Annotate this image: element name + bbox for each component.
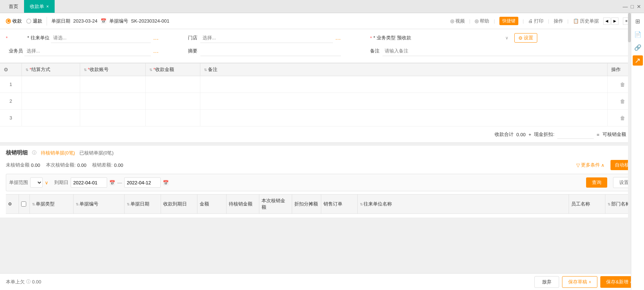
video-link[interactable]: ◎ 视频 [450, 18, 465, 24]
remarks-input[interactable] [382, 46, 638, 56]
close-button[interactable]: ✕ [637, 4, 641, 9]
select-all-checkbox[interactable] [21, 201, 26, 207]
row-1-account[interactable] [80, 76, 146, 93]
row-3-account[interactable] [80, 110, 146, 126]
row-1-settlement[interactable] [22, 76, 80, 93]
pending-writeoff-tab[interactable]: 待核销单据(0笔) [41, 150, 75, 156]
bottom-grid-header: ⚙ ⇅ 单据类型 ⇅ 单据编号 ⇅ 单据日期 收款到期日 金额 待核销金额 本次… [6, 194, 638, 214]
grid-container: ⚙ ⇅ *结算方式 ⇅ *收款账号 ⇅ *收款金额 ⇅ 备注 操作 1 🗑 ⧉ [0, 63, 644, 126]
top-settings-button[interactable]: ⚙ 设置 [514, 33, 537, 43]
calendar-icon[interactable]: 📅 [101, 18, 106, 24]
writeoff-section: 核销明细 ⓘ 待核销单据(0笔) 已核销单据(0笔) 未核销金额 0.00 本次… [0, 146, 644, 218]
query-button[interactable]: 查询 [586, 177, 607, 188]
row-1-amount[interactable] [146, 76, 200, 93]
table-row: 2 🗑 ⧉ [0, 93, 644, 110]
store-more-button[interactable]: … [335, 35, 341, 41]
staff-input[interactable] [24, 46, 151, 56]
next-arrow[interactable]: ▶ [611, 17, 619, 25]
minimize-button[interactable]: — [623, 4, 628, 9]
sort-doc-type[interactable]: ⇅ [32, 202, 35, 206]
row-num-1: 1 [0, 76, 22, 93]
row-2-remarks[interactable] [200, 93, 608, 109]
sidebar-table-icon[interactable]: ⊞ [633, 16, 643, 26]
doc-range-select[interactable] [30, 177, 43, 188]
biz-type-field: * * 业务类型 预收款 ∨ [370, 35, 508, 41]
current-label: 本次核销金额: [46, 162, 76, 168]
sort-remarks[interactable]: ⇅ [204, 68, 207, 72]
sidebar-doc-icon[interactable]: 📄 [633, 29, 643, 39]
shortcut-button[interactable]: 快捷键 [499, 17, 518, 25]
right-sidebar: ⊞ 📄 🔗 ↗ [631, 13, 644, 290]
tab-receipt[interactable]: 收款单 × [24, 0, 55, 13]
radio-refund-label: 退款 [33, 18, 42, 24]
sidebar-active-icon[interactable]: ↗ [633, 55, 643, 66]
help-link[interactable]: ◎ 帮助 [475, 18, 489, 24]
doc-range-dropdown[interactable]: ∨ [45, 180, 48, 185]
row-2-settlement[interactable] [22, 93, 80, 109]
summary-label: 摘要 [188, 48, 199, 54]
tab-receipt-label: 收款单 [30, 3, 44, 10]
writeoff-title: 核销明细 [6, 149, 28, 156]
operations-link[interactable]: 操作 [554, 18, 563, 24]
summary-input[interactable] [200, 46, 341, 56]
row-2-amount[interactable] [146, 93, 200, 109]
partner-more-button[interactable]: … [153, 35, 159, 41]
bg-col-checkbox[interactable] [19, 195, 30, 213]
row-3-delete-icon[interactable]: 🗑 [620, 115, 625, 121]
row-1-delete-icon[interactable]: 🗑 [620, 82, 625, 87]
grid-settings-icon[interactable]: ⚙ [4, 67, 8, 72]
sort-settlement[interactable]: ⇅ [25, 68, 28, 72]
radio-refund[interactable]: 退款 [26, 18, 42, 24]
radio-receipt[interactable]: 收款 [6, 18, 22, 24]
date-from-calendar-icon[interactable]: 📅 [109, 180, 115, 185]
history-link[interactable]: 📋 历史单据 [573, 18, 599, 24]
row-3-amount[interactable] [146, 110, 200, 126]
sort-dept[interactable]: ⇅ [608, 202, 610, 206]
scroll-thumb[interactable] [628, 13, 631, 42]
date-to-input[interactable] [124, 177, 161, 188]
staff-more-button[interactable]: … [153, 48, 159, 54]
tab-close-icon[interactable]: × [46, 4, 49, 9]
sort-account[interactable]: ⇅ [84, 68, 87, 72]
maximize-button[interactable]: □ [631, 4, 634, 9]
sort-amount[interactable]: ⇅ [149, 68, 152, 72]
discount-input[interactable] [557, 130, 594, 139]
store-input[interactable] [200, 33, 333, 43]
save-draft-button[interactable]: 保存草稿 ∧ [562, 276, 597, 288]
sort-partner[interactable]: ⇅ [360, 202, 363, 206]
per-page-value: 0.00 [32, 279, 41, 285]
due-date-field: 到期日 📅 — 📅 [54, 177, 169, 188]
done-writeoff-tab[interactable]: 已核销单据(0笔) [79, 150, 114, 156]
more-conditions-link[interactable]: ▽ 更多条件 ∧ [576, 162, 605, 168]
sidebar-link-icon[interactable]: 🔗 [633, 42, 643, 52]
row-1-remarks[interactable] [200, 76, 608, 93]
collect-total-label: 收款合计 [495, 131, 514, 138]
footer-info-icon[interactable]: ⓘ [26, 279, 31, 285]
writeoff-info-icon[interactable]: ⓘ [32, 150, 36, 156]
scrollbar[interactable] [628, 13, 631, 273]
print-link[interactable]: 🖨 打印 [528, 18, 543, 24]
writeoff-header: 核销明细 ⓘ 待核销单据(0笔) 已核销单据(0笔) [6, 149, 638, 156]
row-2-delete-icon[interactable]: 🗑 [620, 98, 625, 104]
row-3-remarks[interactable] [200, 110, 608, 126]
date-to-calendar-icon[interactable]: 📅 [163, 180, 169, 185]
table-row: 3 🗑 ⧉ [0, 110, 644, 126]
tab-home[interactable]: 首页 [3, 0, 24, 13]
bg-col-partner: ⇅ 往来单位名称 [358, 195, 569, 213]
radio-refund-dot [26, 19, 31, 24]
save-draft-arrow: ∧ [589, 280, 591, 284]
bg-col-settings[interactable]: ⚙ [6, 195, 19, 213]
biz-type-dropdown[interactable]: ∨ [505, 35, 508, 40]
diff-value: 0.00 [114, 162, 123, 168]
sort-doc-num[interactable]: ⇅ [76, 202, 79, 206]
partner-input[interactable] [51, 33, 151, 43]
row-2-account[interactable] [80, 93, 146, 109]
sort-doc-date[interactable]: ⇅ [127, 202, 130, 206]
row-3-settlement[interactable] [22, 110, 80, 126]
current-value: 0.00 [77, 162, 86, 168]
prev-arrow[interactable]: ◀ [603, 17, 610, 25]
bg-col-staff: 员工名称 [569, 195, 605, 213]
bg-col-due-date: 收款到期日 [161, 195, 197, 213]
date-from-input[interactable] [71, 177, 107, 188]
abandon-button[interactable]: 放弃 [534, 276, 559, 288]
